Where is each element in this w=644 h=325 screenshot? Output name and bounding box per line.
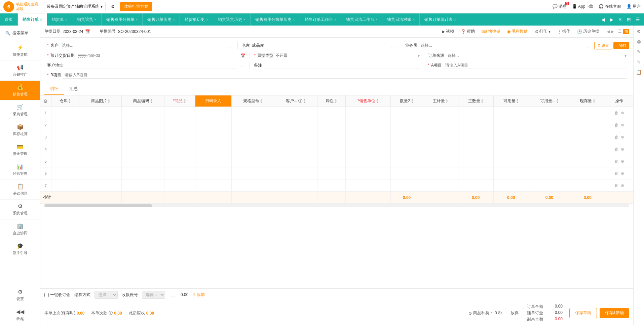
calendar-icon[interactable]: 📅 [240, 53, 245, 58]
tab-sales-order[interactable]: 销售订单 × [18, 13, 47, 26]
nav-menu-icon[interactable]: ☰ [634, 16, 641, 23]
delete-row-icon[interactable]: 🗑 [614, 110, 619, 116]
tab-return-history[interactable]: 销货退货历史 × [213, 13, 251, 26]
salesperson-input[interactable] [419, 42, 582, 49]
sidebar-item-basic-info[interactable]: 📋 基础信息 [0, 180, 40, 200]
customer-input[interactable] [61, 42, 224, 49]
th-scan-input[interactable]: 扫码录入 [195, 95, 232, 107]
horizontal-scrollbar[interactable] [44, 204, 629, 207]
th-col-settings[interactable]: ⚙ [40, 95, 51, 107]
tab-sales-expense[interactable]: 销售费用分摊单 × [102, 13, 143, 26]
view-btn[interactable]: ▶ 视频 [440, 28, 456, 35]
copy-row-icon[interactable]: ⊕ [620, 158, 625, 164]
tab-reconciliation[interactable]: 钱货日清对账 × [382, 13, 420, 26]
copy-row-icon[interactable]: ⊕ [620, 182, 625, 189]
copy-row-icon[interactable]: ⊕ [620, 122, 625, 128]
column-settings-icon[interactable]: ⚙ [43, 98, 48, 104]
customer-expand-icon[interactable]: … [226, 43, 233, 48]
profit-btn[interactable]: ◉ 毛利预估 [505, 28, 530, 35]
delete-row-icon[interactable]: 🗑 [614, 158, 619, 164]
address-expand-icon[interactable]: … [238, 63, 245, 68]
copy-row-icon[interactable]: ⊕ [620, 134, 625, 140]
tab-sales-return[interactable]: 销货退货 × [72, 13, 102, 26]
sidebar-item-operations[interactable]: 📊 经营管理 [0, 160, 40, 180]
close-tab-icon[interactable]: × [136, 18, 138, 22]
nav-expand-icon[interactable]: ⊞ [626, 16, 632, 23]
sidebar-item-sales[interactable]: 💰 销售管理 [0, 81, 40, 100]
gear-settings-icon[interactable]: ⚙ [109, 3, 117, 10]
right-panel-watch-icon[interactable]: ◎ [634, 37, 644, 46]
save-new-btn[interactable]: 保存&新增 [600, 308, 629, 318]
close-tab-icon[interactable]: × [94, 18, 97, 22]
b-project-input[interactable] [63, 72, 627, 79]
tab-invoice-history[interactable]: 销货单历史 × [180, 13, 213, 26]
close-tab-icon[interactable]: × [334, 18, 336, 22]
next-record-icon[interactable]: ▶ [611, 29, 614, 34]
payment-method-select[interactable]: 选择... [94, 291, 118, 299]
material-btn[interactable]: + 物料 [613, 42, 629, 49]
print-btn[interactable]: 🖨 打印 ▾ [532, 28, 553, 35]
close-tab-icon[interactable]: × [376, 18, 378, 22]
right-panel-star-icon[interactable]: ☆ [634, 57, 644, 67]
delete-row-icon[interactable]: 🗑 [614, 146, 619, 152]
tab-detail[interactable]: 明细 [44, 83, 64, 95]
list-view-icon[interactable]: ☰ [618, 29, 622, 34]
tab-summary[interactable]: 汇总 [64, 83, 83, 95]
tab-expense-history[interactable]: 销售费用分摊单历史 × [251, 13, 300, 26]
sidebar-item-system[interactable]: ⚙ 系统管理 [0, 200, 40, 219]
tab-daily-workbench[interactable]: 钱货日清工作台 × [341, 13, 383, 26]
tab-sales-invoice[interactable]: 销货单 × [47, 13, 72, 26]
customer-address-input[interactable] [65, 62, 236, 69]
notification-area[interactable]: 💬 消息 9 [553, 4, 567, 9]
invoice-dropdown-icon[interactable]: ▾ [418, 53, 420, 58]
grid-view-icon[interactable]: ⊞ [623, 29, 629, 34]
operation-btn[interactable]: ⋮ 操作 [555, 28, 572, 35]
expand-icon[interactable]: … [169, 292, 177, 297]
search-menu-btn[interactable]: 🔍 搜索菜单 [3, 28, 37, 38]
discard-btn[interactable]: 放弃 [505, 308, 524, 318]
help-btn[interactable]: ❓ 帮助 [459, 28, 477, 35]
prev-record-icon[interactable]: ◀ [607, 29, 610, 34]
tab-statistics[interactable]: 销售订单统计表 × [420, 13, 461, 26]
tab-order-workbench[interactable]: 销售订单工作台 × [300, 13, 341, 26]
close-tab-icon[interactable]: × [206, 18, 208, 22]
close-tab-icon[interactable]: × [40, 18, 42, 22]
user-avatar[interactable]: 👤 用户 [627, 4, 641, 9]
a-project-input[interactable] [444, 62, 627, 69]
system-selector[interactable]: 装备及固定资产辅助管理系统 ▾ [44, 2, 106, 11]
salesperson-expand-icon[interactable]: … [584, 43, 592, 48]
notes-input[interactable] [264, 62, 419, 69]
copy-row-icon[interactable]: ⊕ [620, 170, 625, 176]
delete-row-icon[interactable]: 🗑 [614, 134, 619, 140]
shortcut-btn[interactable]: ⌨ 快捷键 [480, 28, 502, 35]
online-service-link[interactable]: 🎧 在线客服 [599, 4, 621, 9]
sidebar-item-inventory[interactable]: 📦 库存核算 [0, 120, 40, 140]
calendar-icon[interactable]: 📅 [85, 29, 90, 34]
one-click-checkbox[interactable] [44, 293, 49, 297]
save-draft-btn[interactable]: 保存草稿 [569, 308, 597, 318]
sidebar-item-enterprise[interactable]: 🏢 企业协同 [0, 219, 40, 239]
sidebar-item-newbie[interactable]: 🎓 新手引导 [0, 239, 40, 259]
close-tab-icon[interactable]: × [293, 18, 295, 22]
right-panel-clipboard-icon[interactable]: 📋 [634, 67, 644, 77]
solution-btn[interactable]: 体验行业方案 [120, 2, 152, 11]
order-source-input[interactable] [446, 52, 622, 59]
settings-btn[interactable]: ⚙ 设置 [594, 42, 612, 49]
history-btn[interactable]: 🕒 历史单据 [575, 28, 601, 35]
table-scroll-area[interactable]: ⚙ 仓库 ▲▼ 商品图片 ▲▼ [40, 95, 633, 288]
delivery-date-input[interactable] [77, 52, 237, 59]
tab-home[interactable]: 首页 [0, 13, 18, 26]
nav-close-icon[interactable]: ✕ [617, 16, 623, 23]
right-panel-edit-icon[interactable]: ✎ [634, 47, 644, 56]
right-panel-settings-icon[interactable]: ⚙ [634, 27, 644, 36]
close-tab-icon[interactable]: × [413, 18, 415, 22]
app-download-link[interactable]: 📱 App下载 [572, 4, 593, 9]
delete-row-icon[interactable]: 🗑 [614, 170, 619, 176]
close-tab-icon[interactable]: × [454, 18, 456, 22]
delete-row-icon[interactable]: 🗑 [614, 122, 619, 128]
add-payment-link[interactable]: ⊕ 添加 [192, 292, 205, 298]
copy-row-icon[interactable]: ⊕ [620, 146, 625, 152]
tab-sales-order-history[interactable]: 销售订单历史 × [143, 13, 180, 26]
receipt-account-select[interactable]: 选择... [142, 291, 165, 299]
delete-row-icon[interactable]: 🗑 [614, 182, 619, 189]
